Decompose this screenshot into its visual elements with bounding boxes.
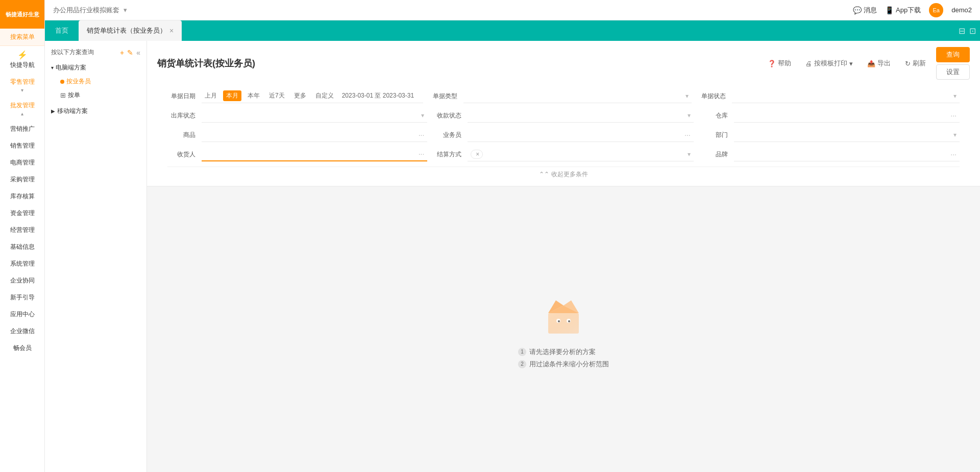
right-panel: 销货单统计表(按业务员) ❓ 帮助 🖨 按模板打印 ▾ 📤 [147,41,980,472]
sidebar-item-system[interactable]: 系统管理 [0,255,44,272]
page-content: 按以下方案查询 + ✎ « ▾ 电脑端方案 按业务员 ⊞ 按单 [45,41,980,472]
date-btn-custom[interactable]: 自定义 [312,90,337,101]
sidebar-item-operations[interactable]: 经营管理 [0,222,44,239]
filter-row-4: 收货人 ··· 结算方式 × ▾ [167,147,960,161]
settlement-label: 结算方式 [433,150,461,159]
brand-ellipsis-icon[interactable]: ··· [950,150,957,158]
empty-text: 1 请先选择要分析的方案 2 用过滤条件来缩小分析范围 [518,347,609,369]
sidebar-item-wholesale[interactable]: 批发管理 ▴ [0,97,44,121]
settings-btn[interactable]: 设置 [936,64,970,80]
sidebar-item-marketing[interactable]: 营销推广 [0,121,44,137]
date-btn-prev-month[interactable]: 上月 [202,90,220,101]
goods-ellipsis-icon[interactable]: ··· [419,131,425,139]
topbar: 办公用品行业模拟账套 ▾ 💬 消息 📱 App下载 Ea demo2 [45,0,980,20]
filter-area: 单据日期 上月 本月 本年 近7天 更多 自定义 2023-03-01 至 20… [157,84,970,186]
warehouse-ellipsis-icon[interactable]: ··· [950,111,957,120]
salesman-ellipsis-icon[interactable]: ··· [684,131,691,139]
type-chevron-icon: ▾ [685,92,689,100]
print-icon: 🖨 [805,60,812,67]
warehouse-select[interactable]: ··· [734,108,960,123]
empty-step-2: 2 用过滤条件来缩小分析范围 [518,360,609,369]
svg-point-6 [558,320,560,322]
tab-maximize-btn[interactable]: ⊡ [969,26,976,36]
consignee-text-input[interactable] [205,150,419,157]
help-btn[interactable]: ❓ 帮助 [764,57,795,70]
date-label: 单据日期 [167,92,195,101]
panel-edit-btn[interactable]: ✎ [127,49,133,57]
sidebar-item-member[interactable]: 畅会员 [0,340,44,357]
query-btn[interactable]: 查询 [936,47,970,62]
receive-status-select[interactable]: ▾ [468,108,693,123]
brand-select[interactable]: ··· [734,147,960,161]
page-actions: ❓ 帮助 🖨 按模板打印 ▾ 📤 导出 ↻ [764,47,970,80]
tab-close-btn[interactable]: × [169,27,174,35]
date-btn-7days[interactable]: 近7天 [266,90,288,101]
sidebar-item-purchase[interactable]: 采购管理 [0,171,44,188]
collapse-more-btn[interactable]: ⌃⌃ 收起更多条件 [539,171,587,178]
out-status-label: 出库状态 [167,111,195,120]
date-btn-this-year[interactable]: 本年 [244,90,263,101]
export-btn[interactable]: 📤 导出 [863,57,895,70]
industry-dropdown-icon[interactable]: ▾ [124,6,127,14]
out-status-select[interactable]: ▾ [202,108,427,123]
goods-select[interactable]: ··· [202,128,427,142]
sidebar-quick-nav[interactable]: ⚡ 快捷导航 [0,46,44,74]
message-btn[interactable]: 💬 消息 [853,6,877,15]
sidebar-item-ecommerce[interactable]: 电商管理 [0,154,44,171]
filter-row-1: 单据日期 上月 本月 本年 近7天 更多 自定义 2023-03-01 至 20… [167,89,960,103]
sidebar-item-wechat[interactable]: 企业微信 [0,323,44,340]
salesman-select[interactable]: ··· [468,128,693,142]
filter-row-2: 出库状态 ▾ 收款状态 ▾ 仓库 ··· [167,108,960,123]
status-label: 单据状态 [698,92,726,101]
main-content: 办公用品行业模拟账套 ▾ 💬 消息 📱 App下载 Ea demo2 首页 销货… [45,0,980,472]
avatar[interactable]: Ea [929,3,943,17]
panel-add-btn[interactable]: + [120,49,124,57]
date-btn-more[interactable]: 更多 [291,90,309,101]
receive-chevron-icon: ▾ [688,112,691,119]
sidebar-item-basic-info[interactable]: 基础信息 [0,239,44,255]
order-type-select[interactable]: ▾ [463,89,691,103]
settlement-select[interactable]: × ▾ [468,147,693,161]
refresh-btn[interactable]: ↻ 刷新 [901,57,930,70]
dept-select[interactable]: ▾ [734,128,960,142]
tree-parent-pc[interactable]: ▾ 电脑端方案 [45,61,146,75]
sidebar-item-sales[interactable]: 销售管理 [0,137,44,154]
dept-chevron-icon: ▾ [953,131,957,138]
sidebar-item-inventory[interactable]: 库存核算 [0,188,44,205]
tree-parent-mobile[interactable]: ▶ 移动端方案 [45,104,146,118]
tab-home[interactable]: 首页 [45,20,79,41]
collapse-icon: ⌃⌃ [539,171,551,178]
date-btn-this-month[interactable]: 本月 [223,90,241,101]
print-btn[interactable]: 🖨 按模板打印 ▾ [801,57,857,70]
sidebar-item-apps[interactable]: 应用中心 [0,306,44,323]
refresh-icon: ↻ [905,60,911,67]
panel-collapse-btn[interactable]: « [136,49,140,57]
receive-status-label: 收款状态 [433,111,461,120]
date-filter: 上月 本月 本年 近7天 更多 自定义 2023-03-01 至 2023-03… [202,89,423,103]
settlement-clear-btn[interactable]: × [476,151,479,158]
consignee-ellipsis-icon[interactable]: ··· [419,150,425,158]
search-menu-btn[interactable]: 搜索菜单 [0,29,44,46]
sidebar-item-enterprise[interactable]: 企业协同 [0,272,44,289]
empty-state: 1 请先选择要分析的方案 2 用过滤条件来缩小分析范围 [518,290,609,369]
left-panel: 按以下方案查询 + ✎ « ▾ 电脑端方案 按业务员 ⊞ 按单 [45,41,147,472]
sidebar-item-guide[interactable]: 新手引导 [0,289,44,306]
app-download-btn[interactable]: 📱 App下载 [885,6,921,15]
tab-active[interactable]: 销货单统计表（按业务员） × [79,20,182,41]
tree-child-by-salesman[interactable]: 按业务员 [45,75,146,88]
topbar-left: 办公用品行业模拟账套 ▾ [53,6,127,15]
out-chevron-icon: ▾ [421,112,424,119]
salesman-label: 业务员 [433,131,461,139]
sidebar: 畅捷通好生意 搜索菜单 ⚡ 快捷导航 零售管理 ▾ 批发管理 ▴ 营销推广 销售… [0,0,45,472]
consignee-input[interactable]: ··· [202,147,427,161]
order-icon: ⊞ [60,91,66,99]
brand-label: 品牌 [700,150,728,159]
sidebar-item-retail[interactable]: 零售管理 ▾ [0,74,44,97]
sidebar-item-finance[interactable]: 资金管理 [0,205,44,222]
tab-minimize-btn[interactable]: ⊟ [959,26,965,36]
tree-expand-icon: ▾ [51,65,54,70]
order-status-select[interactable]: ▾ [732,89,960,103]
tree-child-by-order[interactable]: ⊞ 按单 [45,88,146,102]
empty-step-1: 1 请先选择要分析的方案 [518,347,609,357]
quick-nav-icon: ⚡ [17,50,28,60]
